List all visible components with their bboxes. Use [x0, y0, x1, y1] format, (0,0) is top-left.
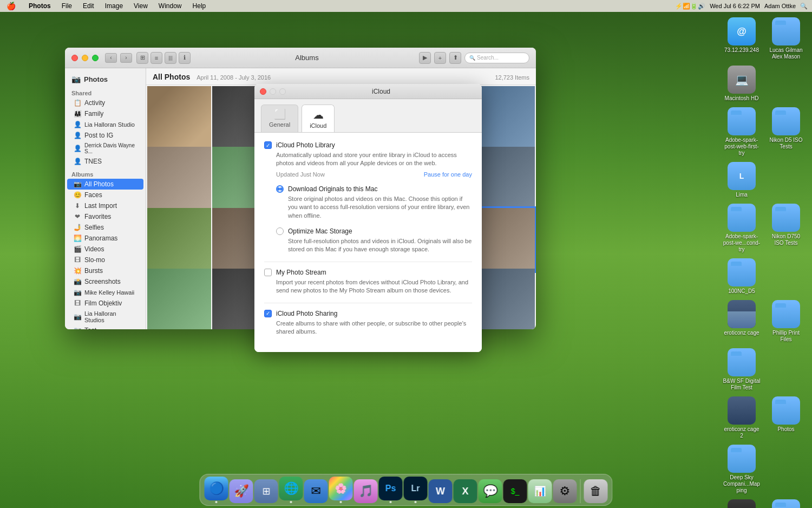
- desktop-icon-100nc[interactable]: 100NC_D5: [720, 256, 763, 297]
- view-list-button[interactable]: ≡: [150, 52, 162, 64]
- tab-icloud[interactable]: ☁ iCloud: [302, 105, 335, 132]
- window-maximize-button[interactable]: [92, 55, 99, 61]
- bursts-icon: 💥: [74, 267, 81, 275]
- sidebar-derrick-label: Derrick Davis Wayne S...: [84, 142, 137, 154]
- desktop-icon-nikon-d750[interactable]: Nikon D750 ISO Tests: [764, 201, 808, 255]
- sidebar-item-film-objektiv[interactable]: 🎞 Film Objektiv: [67, 298, 143, 309]
- dock-activity-monitor[interactable]: 📊: [528, 479, 552, 503]
- icloud-photo-sharing-label: iCloud Photo Sharing: [276, 310, 337, 317]
- all-photos-icon: 📷: [74, 180, 81, 188]
- menubar-image[interactable]: Image: [103, 2, 125, 10]
- menubar-edit[interactable]: Edit: [81, 2, 96, 10]
- tab-general[interactable]: ⬜ General: [261, 105, 298, 132]
- dock-trash[interactable]: 🗑: [584, 479, 608, 503]
- icloud-status-text: Updated Just Now: [276, 171, 325, 178]
- sidebar-item-lia-studios[interactable]: 📷 Lia Halloran Studios: [67, 309, 143, 325]
- icloud-photo-sharing-checkbox[interactable]: ✓: [264, 310, 272, 317]
- dock-terminal[interactable]: $_: [503, 479, 527, 503]
- sidebar-item-screenshots[interactable]: 📸 Screenshots: [67, 276, 143, 287]
- pause-button[interactable]: Pause for one day: [424, 171, 472, 178]
- dock-safari[interactable]: 🌐: [279, 477, 303, 503]
- desktop-icon-phillip-print[interactable]: Phillip Print Files: [764, 298, 808, 345]
- menubar-app-name[interactable]: Photos: [27, 2, 53, 10]
- photo-cell[interactable]: [147, 147, 211, 211]
- sidebar-item-panoramas[interactable]: 🌅 Panoramas: [67, 233, 143, 244]
- play-button[interactable]: ▶: [419, 52, 431, 64]
- dock-mission-control[interactable]: ⊞: [254, 479, 278, 503]
- sidebar-item-derrick[interactable]: 👤 Derrick Davis Wayne S...: [67, 141, 143, 156]
- sidebar-item-favorites[interactable]: ❤ Favorites: [67, 211, 143, 222]
- nav-forward-button[interactable]: ›: [120, 53, 132, 63]
- nav-back-button[interactable]: ‹: [105, 53, 117, 63]
- my-photo-stream-checkbox[interactable]: [264, 269, 272, 276]
- desktop-icon-bw-digital[interactable]: B&W SF Digital Film Test: [720, 346, 763, 393]
- desktop-icons: @ 73.12.239.248 Lucas Gilman Alex Mason …: [720, 15, 808, 508]
- icloud-photo-library-checkbox[interactable]: ✓: [264, 141, 272, 149]
- sidebar-slo-mo-label: Slo-mo: [84, 256, 105, 264]
- share-button[interactable]: ⬆: [449, 52, 461, 64]
- sidebar-item-mike-kelley[interactable]: 📷 Mike Kelley Hawaii: [67, 287, 143, 298]
- desktop-icon-lucas-mason[interactable]: Lucas Gilman Alex Mason: [764, 15, 808, 62]
- dock-lightroom[interactable]: Lr: [404, 477, 428, 503]
- menubar-file[interactable]: File: [60, 2, 74, 10]
- desktop-icon-ip-address[interactable]: @ 73.12.239.248: [720, 15, 763, 62]
- dock-photos[interactable]: 🌸: [329, 477, 353, 503]
- desktop-icon-adobe-first[interactable]: Adobe-spark-post-web-first-try: [720, 105, 763, 159]
- window-minimize-button[interactable]: [82, 55, 88, 61]
- desktop-icon-eroticonz2[interactable]: eroticonz cage 2: [720, 394, 763, 441]
- search-box[interactable]: 🔍 Search...: [464, 53, 529, 63]
- sidebar-lia-studio-label: Lia Halloran Studio: [84, 121, 135, 128]
- menubar-help[interactable]: Help: [191, 2, 208, 10]
- optimize-storage-radio[interactable]: [276, 227, 284, 235]
- dock-settings[interactable]: ⚙: [553, 479, 577, 503]
- sidebar-item-tnes[interactable]: 👤 TNES: [67, 156, 143, 167]
- view-info-button[interactable]: ℹ: [179, 52, 191, 64]
- sidebar-item-last-import[interactable]: ⬇ Last Import: [67, 200, 143, 211]
- desktop-icon-nikon-d5[interactable]: Nikon D5 ISO Tests: [764, 105, 808, 159]
- dock-excel[interactable]: X: [454, 479, 477, 503]
- photo-cell[interactable]: [147, 86, 211, 150]
- dock-finder[interactable]: 🔵: [205, 477, 228, 503]
- download-originals-option: Download Originals to this Mac Store ori…: [276, 185, 472, 220]
- menubar-view[interactable]: View: [132, 2, 150, 10]
- photo-cell[interactable]: [147, 208, 211, 272]
- desktop-icon-macintosh-hd[interactable]: 💻 Macintosh HD: [720, 63, 763, 104]
- dock-itunes[interactable]: 🎵: [354, 479, 378, 503]
- desktop-icon-adobe-second[interactable]: Adobe-spark-post-we...cond-try: [720, 201, 763, 255]
- desktop-icon-deep-sky-map[interactable]: Deep Sky Compani...Mapping: [720, 442, 763, 496]
- photo-cell[interactable]: [147, 269, 211, 329]
- add-button[interactable]: +: [434, 52, 446, 64]
- desktop-icon-lima[interactable]: L Lima: [720, 160, 763, 200]
- sidebar-item-slo-mo[interactable]: 🎞 Slo-mo: [67, 255, 143, 265]
- menubar-window[interactable]: Window: [156, 2, 184, 10]
- menubar-search-icon[interactable]: 🔍: [800, 3, 808, 10]
- sidebar-item-test[interactable]: 📷 Test: [67, 325, 143, 329]
- view-grid-button[interactable]: ⊞: [136, 52, 148, 64]
- dock-photoshop[interactable]: Ps: [379, 477, 403, 503]
- desktop-icon-video[interactable]: MOV IMG-0010.mov: [720, 497, 763, 508]
- desktop-icon-photos-folder[interactable]: Photos: [764, 394, 808, 441]
- dock-mail[interactable]: ✉: [304, 479, 328, 503]
- sidebar-item-all-photos[interactable]: 📷 All Photos: [67, 179, 143, 190]
- sidebar-item-selfies[interactable]: 🤳 Selfies: [67, 222, 143, 233]
- sidebar-item-post-ig[interactable]: 👤 Post to IG: [67, 130, 143, 141]
- desktop-icon-screenshots[interactable]: Screenshots: [764, 497, 808, 508]
- sidebar-item-faces[interactable]: 😊 Faces: [67, 190, 143, 200]
- sidebar-item-lia-studio[interactable]: 👤 Lia Halloran Studio: [67, 119, 143, 130]
- view-column-button[interactable]: |||: [165, 52, 176, 64]
- dialog-close-button[interactable]: [260, 88, 266, 95]
- sidebar-item-bursts[interactable]: 💥 Bursts: [67, 265, 143, 276]
- window-close-button[interactable]: [71, 55, 78, 61]
- sidebar-item-family[interactable]: 👨‍👩‍👧 Family: [67, 108, 143, 119]
- sidebar-item-activity[interactable]: 📋 Activity: [67, 97, 143, 108]
- apple-menu[interactable]: 🍎: [4, 2, 18, 10]
- icloud-photo-library-label: iCloud Photo Library: [276, 141, 335, 149]
- dock-launchpad[interactable]: 🚀: [230, 479, 253, 503]
- dock-finder-dot: [215, 501, 218, 503]
- desktop-icon-eroticonz[interactable]: eroticonz cage: [720, 298, 763, 345]
- sidebar-item-videos[interactable]: 🎬 Videos: [67, 244, 143, 255]
- dock-messages[interactable]: 💬: [479, 479, 502, 503]
- sidebar-shared-header: Shared: [65, 88, 146, 97]
- dock-word[interactable]: W: [429, 479, 453, 503]
- download-originals-radio[interactable]: [276, 185, 284, 193]
